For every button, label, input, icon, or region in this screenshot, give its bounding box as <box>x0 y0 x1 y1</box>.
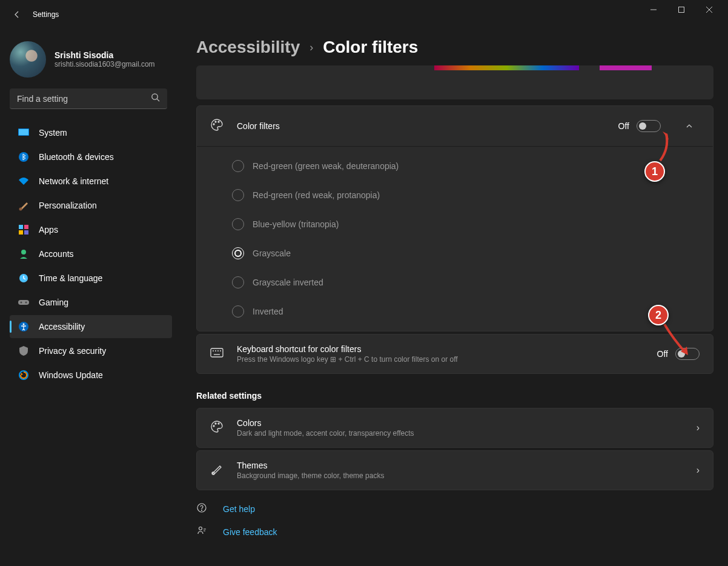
keyboard-shortcut-header[interactable]: Keyboard shortcut for color filters Pres… <box>197 335 713 373</box>
radio-label: Grayscale <box>253 248 291 258</box>
filter-option-grayscale-inverted[interactable]: Grayscale inverted <box>197 268 713 297</box>
nav-list: System Bluetooth & devices Network & int… <box>2 121 174 387</box>
help-icon <box>196 502 210 516</box>
annotation-arrow-2 <box>661 321 692 358</box>
page-title: Color filters <box>323 38 418 57</box>
sidebar: Srishti Sisodia srishti.sisodia1603@gmai… <box>0 29 182 566</box>
setting-title: Keyboard shortcut for color filters <box>237 344 644 354</box>
svg-point-24 <box>218 121 219 122</box>
sidebar-item-label: Apps <box>39 225 58 235</box>
svg-point-17 <box>21 302 22 304</box>
sidebar-item-label: Windows Update <box>39 370 103 380</box>
sidebar-item-label: Accounts <box>39 249 74 259</box>
sidebar-item-network[interactable]: Network & internet <box>10 170 172 193</box>
main-content: Accessibility › Color filters Color filt… <box>182 29 728 566</box>
search-box[interactable] <box>10 88 167 109</box>
wifi-icon <box>18 176 29 187</box>
system-icon <box>18 127 29 138</box>
minimize-icon <box>650 7 657 13</box>
chevron-right-icon: › <box>697 422 700 433</box>
close-icon <box>706 7 712 13</box>
back-arrow-icon <box>12 10 22 19</box>
search-input[interactable] <box>17 94 151 104</box>
profile-name: Srishti Sisodia <box>55 50 155 60</box>
minimize-button[interactable] <box>640 0 667 19</box>
back-button[interactable] <box>5 2 29 27</box>
filter-option-protanopia[interactable]: Red-green (red weak, protanopia) <box>197 181 713 210</box>
gamepad-icon <box>18 297 29 308</box>
svg-point-31 <box>213 425 214 427</box>
chevron-right-icon: › <box>309 41 313 54</box>
sidebar-item-bluetooth[interactable]: Bluetooth & devices <box>10 145 172 168</box>
radio-icon <box>232 305 244 318</box>
svg-line-5 <box>157 99 159 101</box>
sidebar-item-system[interactable]: System <box>10 121 172 144</box>
svg-rect-7 <box>19 129 28 135</box>
maximize-button[interactable] <box>667 0 695 19</box>
related-colors-link[interactable]: Colors Dark and light mode, accent color… <box>196 408 713 448</box>
link-text: Get help <box>223 504 255 514</box>
sidebar-item-apps[interactable]: Apps <box>10 218 172 241</box>
sidebar-item-label: Time & language <box>39 273 102 283</box>
chevron-right-icon: › <box>697 465 700 476</box>
sidebar-item-label: Privacy & security <box>39 346 106 356</box>
accessibility-icon <box>18 321 29 332</box>
sidebar-item-label: Gaming <box>39 298 68 307</box>
sidebar-item-accounts[interactable]: Accounts <box>10 242 172 265</box>
svg-rect-11 <box>24 225 28 229</box>
filter-option-tritanopia[interactable]: Blue-yellow (tritanopia) <box>197 210 713 239</box>
svg-rect-16 <box>18 300 29 305</box>
give-feedback-link[interactable]: Give feedback <box>196 521 713 544</box>
get-help-link[interactable]: Get help <box>196 498 713 521</box>
breadcrumb-parent[interactable]: Accessibility <box>196 38 300 57</box>
svg-point-18 <box>25 302 27 304</box>
radio-label: Red-green (red weak, protanopia) <box>253 190 380 200</box>
annotation-badge-2: 2 <box>648 305 669 325</box>
svg-point-23 <box>215 121 216 122</box>
profile-section[interactable]: Srishti Sisodia srishti.sisodia1603@gmai… <box>2 36 174 88</box>
person-icon <box>18 248 29 259</box>
sidebar-item-privacy[interactable]: Privacy & security <box>10 339 172 362</box>
radio-label: Blue-yellow (tritanopia) <box>253 219 339 229</box>
svg-point-9 <box>19 208 22 211</box>
color-filters-header[interactable]: Color filters Off <box>197 106 713 146</box>
windows-key-icon: ⊞ <box>330 355 336 364</box>
sidebar-item-time[interactable]: Time & language <box>10 267 172 290</box>
filter-option-grayscale[interactable]: Grayscale <box>197 239 713 268</box>
color-filters-card: Color filters Off Red-green (green weak,… <box>196 105 713 331</box>
sidebar-item-label: Bluetooth & devices <box>39 152 114 162</box>
filter-options-list: Red-green (green weak, deuteranopia) Red… <box>197 146 713 331</box>
sidebar-item-gaming[interactable]: Gaming <box>10 291 172 314</box>
sidebar-item-label: Accessibility <box>39 322 85 331</box>
related-settings-heading: Related settings <box>196 391 713 401</box>
collapse-button[interactable] <box>679 116 700 136</box>
sidebar-item-update[interactable]: Windows Update <box>10 364 172 387</box>
apps-icon <box>18 224 29 235</box>
link-title: Colors <box>237 418 683 428</box>
radio-label: Red-green (green weak, deuteranopia) <box>253 161 399 171</box>
sidebar-item-accessibility[interactable]: Accessibility <box>10 315 172 338</box>
radio-icon <box>232 189 244 201</box>
window-controls <box>640 10 723 19</box>
filter-option-deuteranopia[interactable]: Red-green (green weak, deuteranopia) <box>197 151 713 181</box>
breadcrumb: Accessibility › Color filters <box>196 38 713 57</box>
window-title: Settings <box>33 10 59 19</box>
maximize-icon <box>678 7 684 13</box>
radio-icon <box>232 247 244 259</box>
sidebar-item-personalization[interactable]: Personalization <box>10 194 172 217</box>
svg-point-37 <box>199 527 202 530</box>
close-button[interactable] <box>695 0 723 19</box>
svg-rect-13 <box>24 230 28 235</box>
keyboard-icon <box>210 348 223 360</box>
radio-label: Grayscale inverted <box>253 278 323 287</box>
filter-option-inverted[interactable]: Inverted <box>197 297 713 326</box>
link-subtitle: Dark and light mode, accent color, trans… <box>237 429 683 438</box>
bluetooth-icon <box>18 151 29 162</box>
svg-point-34 <box>212 472 214 474</box>
palette-icon <box>210 420 223 436</box>
link-title: Themes <box>237 461 683 470</box>
titlebar: Settings <box>0 0 728 29</box>
related-themes-link[interactable]: Themes Background image, theme color, th… <box>196 450 713 490</box>
palette-icon <box>210 118 223 134</box>
svg-point-32 <box>215 423 216 424</box>
